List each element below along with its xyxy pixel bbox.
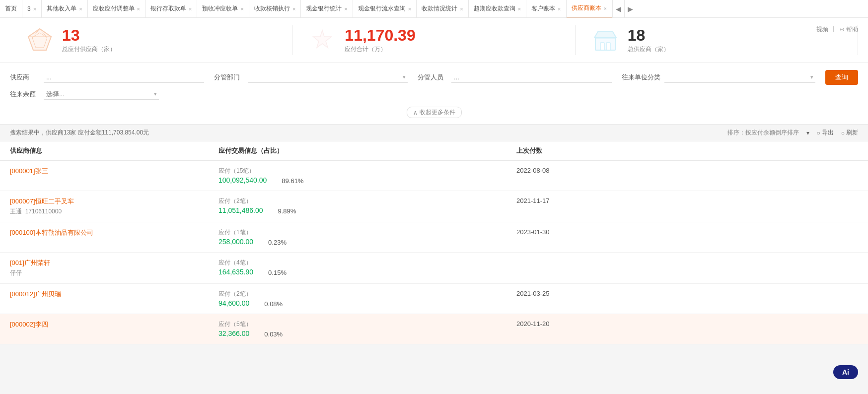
trans-amount-2[interactable]: 11,051,486.00 — [218, 206, 263, 214]
tab-other-income[interactable]: 其他收入单 × — [42, 0, 87, 18]
trans-percent-2: 9.89% — [278, 205, 296, 215]
last-pay-col-2: 2021-11-17 — [516, 197, 858, 204]
supplier-link-6[interactable]: [000002]李四 — [10, 321, 48, 328]
trans-label-2: 应付（2笔） — [218, 197, 516, 205]
tab-cash-bank-stat[interactable]: 现金银行统计 × — [301, 0, 353, 18]
last-pay-col-1: 2022-08-08 — [516, 167, 858, 174]
sort-arrow-icon[interactable]: ▾ — [806, 130, 809, 136]
transaction-info-col-5: 应付（2笔） 94,600.00 0.08% — [218, 290, 516, 308]
supplier-link-1[interactable]: [000001]张三 — [10, 167, 48, 175]
trans-amount-1[interactable]: 100,092,540.00 — [218, 176, 267, 184]
tab-home[interactable]: 首页 — [0, 0, 22, 18]
supplier-field: 供应商 — [10, 72, 204, 83]
tab-overdue-ar[interactable]: 超期应收款查询 × — [469, 0, 526, 18]
supplier-info-col-2: [000007]恒旺二手叉车 王通 17106110000 — [10, 197, 218, 216]
tab-other-income-close[interactable]: × — [79, 6, 82, 12]
export-icon: ○ — [817, 130, 820, 136]
tab-3[interactable]: 3 × — [22, 0, 42, 18]
tab-ar-ap-adjust-close[interactable]: × — [137, 6, 140, 12]
tab-collection-stat-close[interactable]: × — [460, 6, 463, 12]
balance-dropdown-arrow[interactable]: ▾ — [152, 91, 159, 97]
tab-ar-ap-adjust[interactable]: 应收应付调整单 × — [88, 0, 145, 18]
supplier-link-5[interactable]: [000012]广州贝瑞 — [10, 290, 61, 298]
star-icon — [307, 25, 337, 55]
tab-collection-verify-close[interactable]: × — [292, 6, 295, 12]
supplier-input[interactable] — [44, 72, 204, 83]
supplier-link-3[interactable]: [000100]本特勒油品有限公司 — [10, 229, 93, 236]
collapse-button[interactable]: ∧ 收起更多条件 — [407, 107, 462, 118]
transaction-info-col-6: 应付（5笔） 32,366.00 0.03% — [218, 320, 516, 338]
category-select-wrapper: ▾ — [664, 72, 816, 83]
dept-input[interactable] — [248, 72, 401, 82]
category-label: 往来单位分类 — [622, 73, 660, 82]
tab-customer-ledger[interactable]: 客户账本 × — [526, 0, 566, 18]
search-row-1: 供应商 分管部门 ▾ 分管人员 往来单位分类 ▾ 查询 — [10, 70, 858, 85]
tab-collection-stat[interactable]: 收款情况统计 × — [417, 0, 468, 18]
tab-collection-verify[interactable]: 收款核销执行 × — [249, 0, 301, 18]
trans-detail-2: 11,051,486.00 9.89% — [218, 205, 516, 215]
tab-overdue-ar-close[interactable]: × — [518, 6, 521, 12]
trans-detail-4: 164,635.90 0.15% — [218, 267, 516, 276]
tab-prepay-offset-close[interactable]: × — [240, 6, 243, 12]
trans-amount-5[interactable]: 94,600.00 — [218, 299, 249, 307]
supplier-info-col-4: [001]广州荣轩 仔仔 — [10, 259, 218, 277]
trans-detail-1: 100,092,540.00 89.61% — [218, 175, 516, 185]
tab-customer-ledger-close[interactable]: × — [558, 6, 561, 12]
tab-cash-bank-flow-close[interactable]: × — [408, 6, 411, 12]
nav-right-arrow[interactable]: ▶ — [624, 0, 636, 18]
query-button[interactable]: 查询 — [825, 70, 858, 85]
last-pay-col-5: 2021-03-25 — [516, 290, 858, 297]
nav-left-arrow[interactable]: ◀ — [612, 0, 624, 18]
tab-supplier-ledger-label: 供应商账本 — [572, 4, 601, 12]
table-row: [000100]本特勒油品有限公司 应付（1笔） 258,000.00 0.23… — [0, 222, 868, 253]
svg-rect-8 — [595, 38, 615, 39]
category-dropdown-arrow[interactable]: ▾ — [808, 74, 815, 80]
transaction-info-col-4: 应付（4笔） 164,635.90 0.15% — [218, 259, 516, 276]
tab-bank-deposit-close[interactable]: × — [189, 6, 192, 12]
tab-prepay-offset[interactable]: 预收冲应收单 × — [197, 0, 249, 18]
tab-cash-bank-stat-close[interactable]: × — [344, 6, 347, 12]
last-pay-date-3: 2023-01-30 — [516, 228, 550, 236]
svg-rect-6 — [600, 43, 604, 50]
tab-bank-deposit-label: 银行存取款单 — [150, 4, 186, 13]
trans-amount-6[interactable]: 32,366.00 — [218, 329, 249, 337]
tab-3-close[interactable]: × — [33, 6, 36, 12]
supplier-link-2[interactable]: [000007]恒旺二手叉车 — [10, 197, 74, 205]
person-input[interactable] — [451, 72, 612, 83]
trans-percent-4: 0.15% — [268, 267, 287, 276]
total-suppliers-count: 18 — [628, 27, 669, 43]
balance-input[interactable] — [44, 89, 152, 99]
trans-amount-3[interactable]: 258,000.00 — [218, 238, 253, 246]
dept-select-wrapper: ▾ — [248, 72, 408, 83]
table-row: [000007]恒旺二手叉车 王通 17106110000 应付（2笔） 11,… — [0, 191, 868, 222]
collapse-icon: ∧ — [413, 109, 418, 116]
balance-select-wrapper: ▾ — [44, 89, 159, 100]
video-link[interactable]: 视频 — [816, 25, 828, 34]
tab-collection-stat-label: 收款情况统计 — [422, 4, 457, 13]
payable-suppliers-label: 总应付供应商（家） — [62, 45, 116, 54]
trans-detail-3: 258,000.00 0.23% — [218, 237, 516, 246]
tab-ar-ap-adjust-label: 应收应付调整单 — [93, 4, 135, 13]
tab-customer-ledger-label: 客户账本 — [531, 4, 555, 13]
dept-dropdown-arrow[interactable]: ▾ — [401, 74, 408, 80]
result-summary-text: 搜索结果中，供应商13家 应付金额111,703,854.00元 — [10, 129, 149, 137]
tab-cash-bank-flow[interactable]: 现金银行流水查询 × — [353, 0, 417, 18]
supplier-link-4[interactable]: [001]广州荣轩 — [10, 259, 50, 266]
link-separator: | — [833, 25, 835, 34]
transaction-info-col-1: 应付（15笔） 100,092,540.00 89.61% — [218, 167, 516, 185]
diamond-icon — [25, 25, 55, 55]
trans-amount-4[interactable]: 164,635.90 — [218, 268, 253, 276]
tab-bank-deposit[interactable]: 银行存取款单 × — [145, 0, 197, 18]
table-row: [000002]李四 应付（5笔） 32,366.00 0.03% 2020-1… — [0, 314, 868, 344]
tab-supplier-ledger-close[interactable]: × — [604, 5, 607, 11]
tab-cash-bank-flow-label: 现金银行流水查询 — [358, 4, 406, 13]
tab-supplier-ledger[interactable]: 供应商账本 × — [567, 0, 612, 18]
trans-label-1: 应付（15笔） — [218, 167, 516, 175]
trans-detail-6: 32,366.00 0.03% — [218, 328, 516, 338]
export-button[interactable]: ○ 导出 — [817, 129, 834, 137]
refresh-button[interactable]: ○ 刷新 — [841, 129, 858, 137]
table-row: [000001]张三 应付（15笔） 100,092,540.00 89.61%… — [0, 161, 868, 191]
category-input[interactable] — [664, 72, 809, 82]
help-link[interactable]: ⊙ 帮助 — [840, 25, 858, 34]
supplier-contact-4: 仔仔 — [10, 269, 218, 277]
